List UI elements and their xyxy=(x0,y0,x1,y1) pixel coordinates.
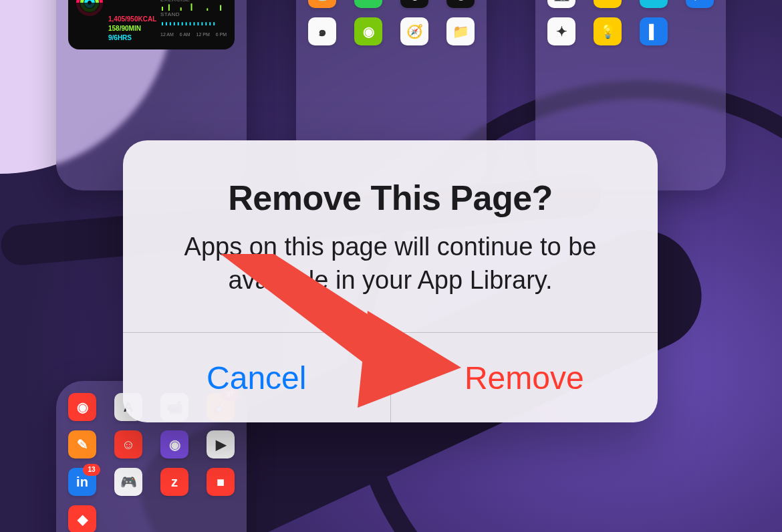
app-amazon[interactable]: ⌣ xyxy=(594,0,622,8)
svg-rect-21 xyxy=(178,22,179,25)
app-grid: A⚙G▶159💳⚙◎▶👕1✆6◎◷๑◉🧭📁 xyxy=(308,0,475,45)
badge: 13 xyxy=(83,464,100,476)
svg-rect-15 xyxy=(207,8,208,11)
app-kids-app[interactable]: ☺ xyxy=(114,430,142,458)
svg-rect-25 xyxy=(194,22,195,25)
app-whatsapp[interactable]: ✆6 xyxy=(354,0,382,8)
svg-rect-17 xyxy=(162,22,163,25)
activity-rings-icon xyxy=(76,0,103,16)
app-instagram[interactable]: 📷6 xyxy=(547,0,575,8)
svg-rect-30 xyxy=(213,22,215,25)
svg-rect-23 xyxy=(186,22,187,25)
svg-rect-26 xyxy=(197,22,199,25)
app-grid: ■⬤✿MPJZM14,290📷6⌣♪▶✦💡▌ xyxy=(547,0,714,45)
app-red-app[interactable]: ◉ xyxy=(68,393,96,421)
app-zomato[interactable]: z xyxy=(160,468,188,496)
svg-rect-22 xyxy=(182,22,183,25)
app-files[interactable]: 📁 xyxy=(446,17,475,45)
svg-rect-11 xyxy=(162,7,163,11)
cancel-button[interactable]: Cancel xyxy=(123,333,391,422)
app-tips[interactable]: 💡 xyxy=(594,17,622,45)
app-fitness[interactable]: ◎ xyxy=(400,0,428,8)
app-compass-app[interactable]: ◉ xyxy=(354,17,382,45)
app-shirt-app[interactable]: 👕1 xyxy=(308,0,336,8)
svg-rect-24 xyxy=(190,22,191,25)
app-swirl-app[interactable]: ๑ xyxy=(308,17,336,45)
fitness-metrics: 1,405/950KCAL 158/90MIN 9/6HRS xyxy=(108,0,160,43)
app-linkedin[interactable]: in13 xyxy=(68,468,96,496)
fitness-stand-value: 9/6HRS xyxy=(108,33,160,43)
svg-rect-20 xyxy=(174,22,175,25)
fitness-exercise-value: 158/90MIN xyxy=(108,24,160,33)
app-keynote[interactable]: ▌ xyxy=(640,17,668,45)
fitness-bars: MOVE EXERCISE STAND 12 AM 6 AM 12 PM 6 P… xyxy=(160,0,227,43)
app-amazon-music[interactable]: ♪ xyxy=(640,0,668,8)
alert-buttons: Cancel Remove xyxy=(123,332,658,422)
svg-rect-12 xyxy=(168,4,170,11)
fitness-move-value: 1,405/950KCAL xyxy=(108,15,160,24)
fitness-widget[interactable]: 1,405/950KCAL 158/90MIN 9/6HRS MOVE EXER… xyxy=(68,0,235,49)
svg-rect-13 xyxy=(180,7,182,11)
app-clock[interactable]: ◷ xyxy=(446,0,475,8)
app-play-app[interactable]: ▶ xyxy=(207,430,235,458)
svg-rect-16 xyxy=(220,5,221,11)
alert-message: Apps on this page will continue to be av… xyxy=(150,230,631,297)
svg-rect-27 xyxy=(201,22,203,25)
svg-rect-19 xyxy=(170,22,171,25)
svg-rect-18 xyxy=(166,22,167,25)
app-podcasts[interactable]: ◉ xyxy=(160,430,188,458)
app-google-photos[interactable]: ✦ xyxy=(547,17,575,45)
app-safari[interactable]: 🧭 xyxy=(400,17,428,45)
remove-page-alert: Remove This Page? Apps on this page will… xyxy=(123,140,658,422)
remove-button[interactable]: Remove xyxy=(391,333,658,422)
alert-title: Remove This Page? xyxy=(150,178,631,218)
svg-rect-14 xyxy=(191,3,192,11)
app-red-app-2[interactable]: ■ xyxy=(207,468,235,496)
app-pages[interactable]: ✎ xyxy=(68,430,96,458)
app-red-app-3[interactable]: ◆ xyxy=(68,505,96,532)
app-prime-video[interactable]: ▶ xyxy=(686,0,714,8)
svg-rect-28 xyxy=(205,22,207,25)
svg-rect-29 xyxy=(209,22,211,25)
app-game-app[interactable]: 🎮 xyxy=(114,468,142,496)
